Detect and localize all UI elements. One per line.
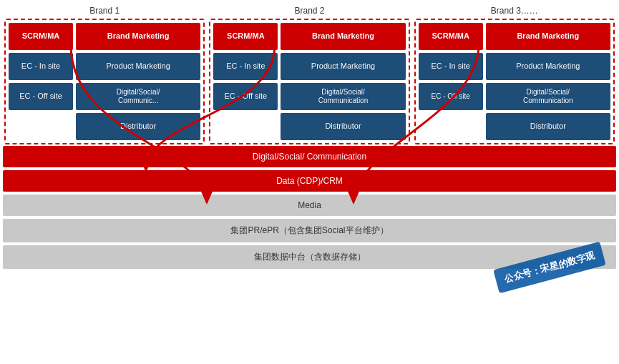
- brand2-distributor: Distributor: [281, 113, 405, 140]
- brand1-ec-insite: EC - In site: [9, 53, 73, 80]
- brand2-ec-offsite: EC - Off site: [213, 83, 278, 110]
- brand3-digital-social: Digital/Social/Communication: [486, 83, 610, 110]
- band-data-cdp: Data (CDP)/CRM: [3, 170, 616, 192]
- brand-2-label: Brand 2: [209, 6, 409, 16]
- brand3-ec-insite: EC - In site: [419, 53, 483, 80]
- brand-3-group: Brand 3…… SCRM/MA Brand Marketing EC - I…: [414, 6, 615, 144]
- brand-2-group: Brand 2 SCRM/MA Brand Marketing EC - In …: [209, 6, 409, 144]
- brand1-brand-marketing: Brand Marketing: [76, 23, 200, 50]
- bottom-bands: Digital/Social/ Communication Data (CDP)…: [3, 146, 616, 269]
- brand1-distributor: Distributor: [76, 113, 200, 140]
- brand3-left-stack: EC - In site EC - Off site: [419, 53, 483, 140]
- band-media: Media: [3, 195, 616, 216]
- brand1-product-marketing: Product Marketing: [76, 53, 200, 80]
- brand1-right-stack: Product Marketing Digital/Social/Communi…: [76, 53, 200, 140]
- brand3-ec-offsite: EC - Off site: [419, 83, 483, 110]
- brand3-distributor: Distributor: [486, 113, 610, 140]
- brand-1-dashed: SCRM/MA Brand Marketing EC - In site EC …: [4, 19, 205, 144]
- brand1-scrm: SCRM/MA: [9, 23, 73, 50]
- brand-1-group: Brand 1 SCRM/MA Brand Marketing EC - In …: [4, 6, 205, 144]
- brands-area: Brand 1 SCRM/MA Brand Marketing EC - In …: [3, 6, 616, 144]
- brand3-right-stack: Product Marketing Digital/Social/Communi…: [486, 53, 610, 140]
- brand2-ec-insite: EC - In site: [213, 53, 278, 80]
- brand3-brand-marketing: Brand Marketing: [486, 23, 610, 50]
- brand2-product-marketing: Product Marketing: [281, 53, 405, 80]
- brand-3-label: Brand 3……: [414, 6, 615, 16]
- brand3-product-marketing: Product Marketing: [486, 53, 610, 80]
- brand1-ec-offsite: EC - Off site: [9, 83, 73, 110]
- brand-3-dashed: SCRM/MA Brand Marketing EC - In site EC …: [414, 19, 615, 144]
- main-container: Brand 1 SCRM/MA Brand Marketing EC - In …: [0, 0, 619, 364]
- brand2-left-stack: EC - In site EC - Off site: [213, 53, 278, 140]
- brand2-scrm: SCRM/MA: [213, 23, 278, 50]
- brand1-digital-social: Digital/Social/Communic...: [76, 83, 200, 110]
- band-digital-social: Digital/Social/ Communication: [3, 146, 616, 167]
- brand-2-dashed: SCRM/MA Brand Marketing EC - In site EC …: [209, 19, 409, 144]
- brand2-digital-social: Digital/Social/Communication: [281, 83, 405, 110]
- brand1-left-stack: EC - In site EC - Off site: [9, 53, 73, 140]
- brand2-right-stack: Product Marketing Digital/Social/Communi…: [281, 53, 405, 140]
- band-data-center: 集团数据中台（含数据存储）: [3, 245, 616, 269]
- brand-1-label: Brand 1: [4, 6, 205, 16]
- band-pr: 集团PR/ePR（包含集团Social平台维护）: [3, 219, 616, 242]
- brand3-scrm: SCRM/MA: [419, 23, 483, 50]
- brand2-brand-marketing: Brand Marketing: [281, 23, 405, 50]
